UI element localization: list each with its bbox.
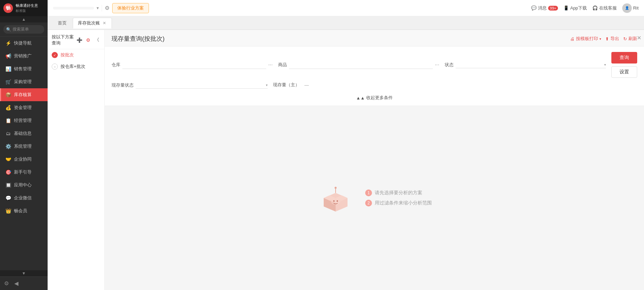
refresh-btn[interactable]: ↻ 刷新: [623, 36, 637, 42]
page-title: 现存量查询(按批次): [112, 35, 165, 43]
sidebar-item-label: 企业协同: [14, 156, 32, 162]
export-label: 导出: [610, 36, 619, 42]
sidebar-item-label: 库存核算: [14, 92, 32, 98]
tab-home[interactable]: 首页: [53, 18, 71, 28]
user-area[interactable]: 👤 Rit: [622, 3, 639, 13]
sidebar: 畅 畅康通好生意 标准版 ▲ 🔍 搜索菜单 ⚡ 快捷导航 📢 营销推广 📊 销售…: [0, 0, 48, 290]
sidebar-item-wxwork[interactable]: 💬 企业微信: [0, 192, 48, 204]
online-service-label: 在线客服: [599, 5, 617, 11]
sidebar-item-label: 系统管理: [14, 143, 32, 149]
app-download-icon: 📱: [563, 5, 569, 11]
sidebar-item-sales[interactable]: 📊 销售管理: [0, 62, 48, 75]
sidebar-search-area[interactable]: 🔍 搜索菜单: [0, 22, 48, 37]
sidebar-item-finance[interactable]: 💰 资金管理: [0, 101, 48, 114]
tab-close-btn[interactable]: ✕: [102, 21, 107, 25]
sidebar-item-label: 基础信息: [14, 130, 32, 137]
inventory-quantity-label: 现存量（主）: [273, 82, 300, 88]
add-scheme-btn[interactable]: ➕: [76, 37, 83, 43]
sidebar-item-member[interactable]: 👑 畅会员: [0, 204, 48, 217]
sales-icon: 📊: [5, 66, 11, 72]
apps-icon: 🔲: [5, 182, 11, 188]
sidebar-item-enterprise[interactable]: 🤝 企业协同: [0, 153, 48, 166]
svg-point-9: [337, 200, 338, 202]
app-download-item[interactable]: 📱 App下载: [563, 5, 587, 11]
collapse-icon[interactable]: ◀: [14, 280, 18, 287]
scheme-active-icon: ✓: [52, 52, 58, 58]
warehouse-input[interactable]: [122, 61, 266, 69]
topbar-search-area[interactable]: [53, 7, 94, 10]
status-select[interactable]: ▾: [456, 61, 606, 68]
sidebar-item-newbie[interactable]: 🎯 新手引导: [0, 166, 48, 179]
experience-btn[interactable]: 体验行业方案: [112, 3, 149, 13]
enterprise-icon: 🤝: [5, 156, 11, 162]
export-icon: ⬆: [605, 36, 609, 41]
more-conditions-label: 收起更多条件: [366, 95, 393, 101]
inventory-status-select[interactable]: ▾: [136, 82, 268, 89]
sidebar-item-label: 快捷导航: [14, 40, 32, 46]
sidebar-item-system[interactable]: ⚙️ 系统管理: [0, 140, 48, 153]
sidebar-item-operations[interactable]: 📋 经营管理: [0, 114, 48, 127]
empty-icon-area: [317, 179, 354, 217]
scheme-batch-label: 按批次: [61, 52, 74, 58]
warehouse-more-icon[interactable]: ···: [268, 62, 273, 68]
sidebar-item-marketing[interactable]: 📢 营销推广: [0, 50, 48, 62]
divider: [102, 5, 102, 12]
content-area: 按以下方案查询 ➕ ⚙ 《 ✓ 按批次 ○ 按仓库+批次 现存量查询(按批次): [48, 30, 644, 290]
newbie-icon: 🎯: [5, 169, 11, 175]
tab-batch[interactable]: 库存批次账 ✕: [73, 18, 112, 29]
print-btn[interactable]: 🖨 按模板打印 ▾: [570, 36, 601, 42]
sidebar-item-inventory[interactable]: 📦 库存核算: [0, 88, 48, 101]
sidebar-item-purchase[interactable]: 🛒 采购管理: [0, 75, 48, 88]
sidebar-footer: ⚙ ◀: [0, 276, 48, 290]
search-menu-label: 搜索菜单: [13, 26, 29, 32]
system-icon: ⚙️: [5, 143, 11, 149]
step-1-text: 请先选择要分析的方案: [375, 190, 422, 196]
settings-filter-btn[interactable]: 设置: [611, 66, 637, 78]
inventory-status-dropdown-icon: ▾: [266, 83, 268, 87]
settings-scheme-btn[interactable]: ⚙: [85, 37, 91, 43]
dropdown-icon[interactable]: ▾: [97, 5, 99, 11]
right-panel: 现存量查询(按批次) 🖨 按模板打印 ▾ ⬆ 导出 ↻ 刷新: [105, 30, 644, 290]
inventory-status-label: 现存量状态: [112, 82, 134, 88]
settings-icon[interactable]: ⚙: [4, 280, 9, 287]
finance-icon: 💰: [5, 105, 11, 111]
page-header-actions: 🖨 按模板打印 ▾ ⬆ 导出 ↻ 刷新: [570, 36, 637, 42]
svg-point-8: [333, 200, 335, 202]
empty-state: 1 请先选择要分析的方案 2 用过滤条件来缩小分析范围: [105, 106, 644, 290]
scheme-inactive-icon: ○: [52, 64, 58, 70]
sidebar-item-label: 采购管理: [14, 79, 32, 85]
page-header: 现存量查询(按批次) 🖨 按模板打印 ▾ ⬆ 导出 ↻ 刷新: [105, 30, 644, 47]
step-1-num: 1: [365, 189, 372, 196]
sidebar-item-label: 营销推广: [14, 53, 32, 59]
export-btn[interactable]: ⬆ 导出: [605, 36, 619, 42]
product-more-icon[interactable]: ···: [435, 62, 439, 68]
purchase-icon: 🛒: [5, 79, 11, 85]
product-input[interactable]: [289, 61, 433, 69]
scroll-up-btn[interactable]: ▲: [22, 17, 26, 22]
scroll-down-btn[interactable]: ▼: [22, 271, 26, 276]
query-btn[interactable]: 查询: [611, 52, 637, 64]
sidebar-item-apps[interactable]: 🔲 应用中心: [0, 179, 48, 192]
sidebar-nav: ⚡ 快捷导航 📢 营销推广 📊 销售管理 🛒 采购管理 📦 库存核算 💰 资金管…: [0, 37, 48, 270]
sidebar-item-basic[interactable]: 🗂 基础信息: [0, 127, 48, 140]
sidebar-item-label: 应用中心: [14, 182, 32, 188]
messages-item[interactable]: 💬 消息 99+: [531, 5, 558, 11]
app-title: 畅康通好生意: [16, 3, 38, 8]
tab-home-label: 首页: [58, 20, 67, 26]
sidebar-header: 畅 畅康通好生意 标准版: [0, 0, 48, 16]
sidebar-item-label: 资金管理: [14, 105, 32, 111]
search-menu-btn[interactable]: 🔍 搜索菜单: [3, 25, 44, 34]
filter-area: 仓库 ··· 商品 ··· 状态 ▾: [105, 47, 644, 106]
app-logo: 畅: [3, 3, 13, 13]
scheme-item-warehouse-batch[interactable]: ○ 按仓库+批次: [48, 61, 104, 72]
scheme-item-batch[interactable]: ✓ 按批次: [48, 49, 104, 61]
settings-gear-icon[interactable]: ⚙: [105, 5, 109, 11]
collapse-panel-btn[interactable]: 《: [94, 37, 100, 43]
inventory-icon: 📦: [5, 92, 11, 98]
member-icon: 👑: [5, 208, 11, 214]
left-panel-actions: ➕ ⚙ 《: [76, 37, 100, 43]
right-panel-close-btn[interactable]: ✕: [637, 35, 641, 41]
more-conditions-btn[interactable]: ▲▲ 收起更多条件: [112, 93, 637, 103]
online-service-item[interactable]: 🎧 在线客服: [592, 5, 617, 11]
sidebar-item-quicknav[interactable]: ⚡ 快捷导航: [0, 37, 48, 50]
